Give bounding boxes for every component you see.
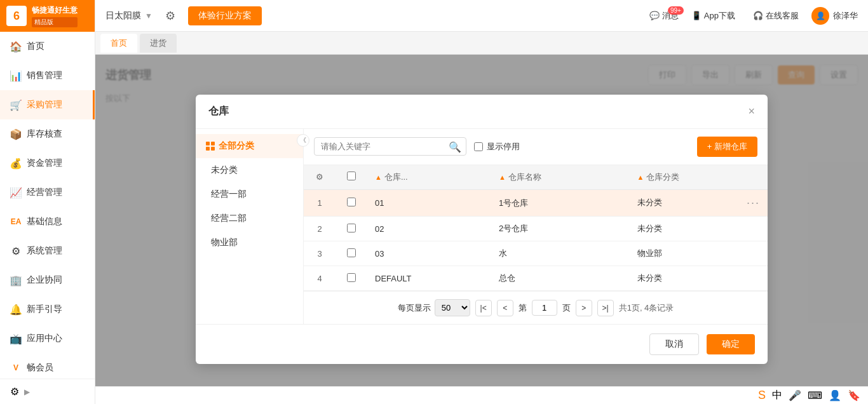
sidebar-item-apps[interactable]: 📺 应用中心 bbox=[0, 324, 95, 353]
category-sidebar: 《 全部分类 未分类 经营一部 经营二部 物业部 bbox=[196, 129, 304, 325]
row-category: 未分类 bbox=[630, 266, 768, 291]
sidebar-item-enterprise[interactable]: 🏢 企业协同 bbox=[0, 266, 95, 295]
sidebar-item-finance[interactable]: 💰 资金管理 bbox=[0, 149, 95, 178]
sidebar-item-label: 资金管理 bbox=[27, 158, 62, 169]
sidebar-item-basic[interactable]: EA 基础信息 bbox=[0, 207, 95, 236]
search-icon[interactable]: 🔍 bbox=[449, 140, 461, 152]
sidebar-bottom[interactable]: ⚙ ▶ bbox=[0, 379, 95, 404]
modal-overlay: 仓库 × 《 全部分类 未分类 经 bbox=[95, 55, 868, 404]
table-row[interactable]: 3 03 水 物业部 bbox=[304, 241, 768, 266]
avatar: 👤 bbox=[811, 7, 829, 25]
col-category: ▲ 仓库分类 bbox=[630, 165, 768, 190]
category-all[interactable]: 全部分类 bbox=[196, 134, 303, 158]
page-input[interactable] bbox=[532, 300, 557, 316]
category-item-property[interactable]: 物业部 bbox=[196, 231, 303, 255]
sidebar-item-label: 企业协同 bbox=[27, 274, 62, 286]
sidebar-item-label: 采购管理 bbox=[27, 99, 62, 111]
category-item-dept1[interactable]: 经营一部 bbox=[196, 182, 303, 206]
sort-icon-name: ▲ bbox=[499, 173, 506, 181]
prev-page-button[interactable]: < bbox=[497, 300, 513, 316]
search-input[interactable] bbox=[314, 137, 466, 156]
table-row[interactable]: 2 02 2号仓库 未分类 bbox=[304, 217, 768, 241]
sidebar-item-home[interactable]: 🏠 首页 bbox=[0, 32, 95, 61]
content-area: 进货管理 打印 导出 刷新 查询 设置 按以下 仓库 × bbox=[95, 55, 868, 404]
category-item-none[interactable]: 未分类 bbox=[196, 158, 303, 182]
sales-icon: 📊 bbox=[10, 70, 22, 81]
sidebar-item-member[interactable]: V 畅会员 bbox=[0, 353, 95, 379]
tab-home[interactable]: 首页 bbox=[100, 34, 137, 53]
system-icon: ⚙ bbox=[10, 245, 22, 257]
headset-icon: 🎧 bbox=[753, 11, 763, 20]
table-toolbar: 🔍 显示停用 + 新增仓库 bbox=[304, 129, 768, 165]
tab-bar: 首页 进货 bbox=[95, 32, 868, 55]
sidebar-item-label: 销售管理 bbox=[27, 70, 62, 81]
row-checkbox[interactable] bbox=[347, 273, 356, 282]
row-category: 未分类 bbox=[630, 217, 768, 241]
sidebar-item-business[interactable]: 📈 经营管理 bbox=[0, 178, 95, 207]
col-name: ▲ 仓库名称 bbox=[491, 165, 629, 190]
table-row[interactable]: 1 01 1号仓库 未分类 ··· bbox=[304, 189, 768, 217]
finance-icon: 💰 bbox=[10, 158, 22, 169]
sidebar-collapse-arrow: ▶ bbox=[24, 387, 30, 396]
show-disabled-label: 显示停用 bbox=[487, 141, 520, 152]
per-page-label: 每页显示 bbox=[398, 302, 431, 314]
keyboard-icon: ⌨ bbox=[808, 389, 822, 401]
per-page-select[interactable]: 50 100 bbox=[435, 299, 470, 316]
member-icon: V bbox=[10, 362, 22, 374]
online-service-button[interactable]: 🎧 在线客服 bbox=[748, 10, 804, 22]
row-name: 2号仓库 bbox=[491, 217, 629, 241]
store-name: 日太阳膜 bbox=[105, 10, 141, 22]
sidebar-item-guide[interactable]: 🔔 新手引导 bbox=[0, 295, 95, 324]
row-name: 总仓 bbox=[491, 266, 629, 291]
notice-button[interactable]: 💬 消息 99+ bbox=[649, 10, 679, 22]
row-code: 01 bbox=[367, 189, 491, 217]
sidebar-item-sales[interactable]: 📊 销售管理 bbox=[0, 61, 95, 90]
warehouse-modal: 仓库 × 《 全部分类 未分类 经 bbox=[196, 95, 768, 365]
confirm-button[interactable]: 确定 bbox=[707, 334, 755, 354]
s-icon: S bbox=[758, 389, 766, 402]
select-all-checkbox[interactable] bbox=[347, 172, 356, 180]
sidebar-item-label: 经营管理 bbox=[27, 187, 62, 198]
app-download-button[interactable]: 📱 App下载 bbox=[686, 10, 740, 22]
row-category: 未分类 ··· bbox=[630, 190, 768, 217]
notice-badge: 99+ bbox=[668, 6, 684, 15]
logo-icon: 6 bbox=[6, 6, 27, 26]
gear-icon: ⚙ bbox=[316, 172, 323, 182]
user-menu[interactable]: 👤 徐泽华 bbox=[811, 7, 858, 25]
row-num: 4 bbox=[304, 266, 336, 291]
add-warehouse-button[interactable]: + 新增仓库 bbox=[697, 137, 757, 157]
row-checkbox[interactable] bbox=[347, 248, 356, 257]
collapse-category-button[interactable]: 《 bbox=[297, 134, 309, 147]
tab-purchase[interactable]: 进货 bbox=[140, 34, 177, 53]
bottom-statusbar: S 中 🎤 ⌨ 👤 🔖 bbox=[95, 386, 868, 404]
store-selector[interactable]: 日太阳膜 ▼ bbox=[105, 10, 153, 22]
person-icon: 👤 bbox=[829, 389, 841, 401]
sidebar-item-inventory[interactable]: 📦 库存核查 bbox=[0, 119, 95, 149]
row-checkbox[interactable] bbox=[347, 224, 356, 232]
settings-button[interactable]: ⚙ bbox=[160, 6, 180, 26]
mic-icon: 🎤 bbox=[789, 389, 801, 401]
col-gear: ⚙ bbox=[304, 165, 336, 190]
close-button[interactable]: × bbox=[748, 105, 755, 117]
cancel-button[interactable]: 取消 bbox=[649, 333, 699, 355]
modal-body: 《 全部分类 未分类 经营一部 经营二部 物业部 bbox=[196, 129, 768, 325]
table-row[interactable]: 4 DEFAULT 总仓 未分类 bbox=[304, 266, 768, 291]
row-name: 1号仓库 bbox=[491, 189, 629, 217]
category-item-dept2[interactable]: 经营二部 bbox=[196, 206, 303, 231]
sidebar-logo: 6 畅捷通好生意 精品版 bbox=[0, 0, 95, 32]
sidebar-item-purchase[interactable]: 🛒 采购管理 bbox=[0, 90, 95, 119]
chevron-down-icon: ▼ bbox=[145, 11, 153, 20]
row-checkbox[interactable] bbox=[347, 198, 356, 206]
sidebar: 6 畅捷通好生意 精品版 🏠 首页 📊 销售管理 🛒 采购管理 📦 库存核查 💰… bbox=[0, 0, 95, 404]
trial-industry-button[interactable]: 体验行业方案 bbox=[188, 6, 262, 25]
row-code: 02 bbox=[367, 217, 491, 241]
row-actions-btn[interactable]: ··· bbox=[747, 196, 760, 210]
next-page-button[interactable]: > bbox=[576, 300, 592, 316]
first-page-button[interactable]: |< bbox=[475, 300, 492, 316]
row-code: DEFAULT bbox=[367, 266, 491, 291]
show-disabled-checkbox[interactable] bbox=[474, 142, 483, 151]
last-page-button[interactable]: >| bbox=[597, 300, 614, 316]
logo-text: 畅捷通好生意 精品版 bbox=[32, 5, 78, 27]
sidebar-item-system[interactable]: ⚙ 系统管理 bbox=[0, 236, 95, 266]
total-info: 共1页, 4条记录 bbox=[619, 302, 674, 314]
